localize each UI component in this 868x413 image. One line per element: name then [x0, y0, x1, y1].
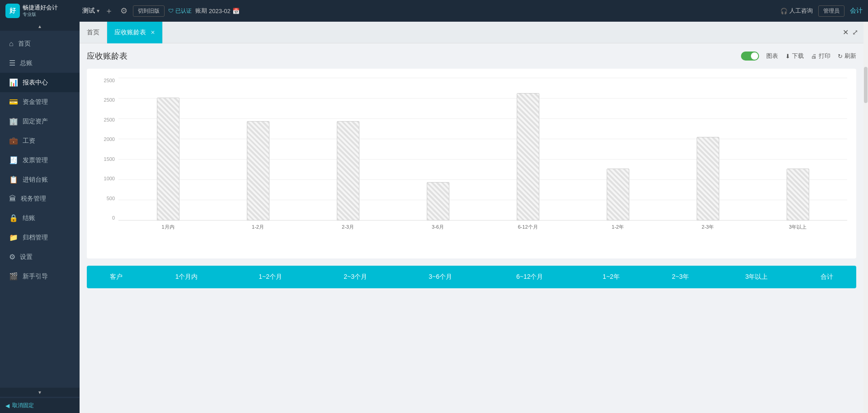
sidebar-item-settings[interactable]: ⚙ 设置: [0, 247, 80, 267]
sidebar-item-guide[interactable]: 🎬 新手引导: [0, 267, 80, 286]
salary-icon: 💼: [9, 136, 18, 145]
page-header: 应收账龄表 图表 ⬇ 下载 🖨 打印 ↻: [87, 51, 856, 61]
col-1-2month: 1~2个月: [228, 266, 313, 288]
col-2-3month: 2~3个月: [313, 266, 398, 288]
header-right: 🎧 人工咨询 管理员 会计: [780, 5, 863, 17]
ledger-icon: ☰: [9, 59, 15, 67]
col-6-12month: 6~12个月: [483, 266, 576, 288]
sidebar: ▲ ⌂ 首页 ☰ 总账 📊 报表中心 💳 资金管理 🏢 固定资产: [0, 22, 80, 413]
bar-label-5: 6-12个月: [518, 224, 538, 230]
bar-label-2: 1-2月: [252, 224, 264, 230]
header-main: 测试 ▾ ＋ ⚙ 切到旧版 🛡 已认证 账期 2023-02 📅: [82, 4, 776, 18]
sidebar-item-salary[interactable]: 💼 工资: [0, 131, 80, 150]
sidebar-nav: ⌂ 首页 ☰ 总账 📊 报表中心 💳 资金管理 🏢 固定资产 💼 工资: [0, 31, 80, 290]
col-customer: 客户: [87, 266, 145, 288]
bar-2-3year: [697, 137, 719, 221]
sidebar-item-reports[interactable]: 📊 报表中心: [0, 73, 80, 92]
bar-group-3: 2-3月: [337, 121, 359, 221]
headset-icon: 🎧: [780, 8, 788, 14]
sidebar-item-capital[interactable]: 💳 资金管理: [0, 92, 80, 112]
scrollbar[interactable]: [863, 22, 868, 413]
sidebar-item-close[interactable]: 🔒 结账: [0, 208, 80, 228]
bar-3-6month: [427, 182, 449, 221]
home-icon: ⌂: [9, 40, 14, 48]
bar-group-7: 2-3年: [697, 137, 719, 221]
bar-label-8: 3年以上: [789, 224, 807, 230]
archive-icon: 📁: [9, 233, 18, 242]
add-button[interactable]: ＋: [103, 4, 115, 18]
bar-group-5: 6-12个月: [517, 93, 539, 221]
role-button[interactable]: 会计: [850, 7, 863, 15]
sidebar-scroll-up[interactable]: ▲: [0, 22, 80, 31]
bar-6-12month: [517, 93, 539, 221]
tab-close-icon[interactable]: ✕: [151, 29, 155, 36]
tab-home[interactable]: 首页: [80, 22, 107, 43]
col-3-6month: 3~6个月: [398, 266, 483, 288]
bar-2-3month: [337, 121, 359, 221]
sidebar-scroll-down[interactable]: ▼: [0, 388, 80, 397]
company-selector[interactable]: 测试 ▾: [82, 7, 99, 15]
bar-1month: [157, 98, 179, 221]
unpin-button[interactable]: ◀ 取消固定: [0, 398, 80, 413]
sidebar-item-tax[interactable]: 🏛 税务管理: [0, 189, 80, 208]
sidebar-item-home[interactable]: ⌂ 首页: [0, 34, 80, 53]
page-title: 应收账龄表: [87, 51, 127, 61]
close-account-icon: 🔒: [9, 214, 18, 222]
col-1month: 1个月内: [145, 266, 228, 288]
main-layout: ▲ ⌂ 首页 ☰ 总账 📊 报表中心 💳 资金管理 🏢 固定资产: [0, 22, 868, 413]
refresh-icon: ↻: [838, 53, 843, 60]
consult-button[interactable]: 🎧 人工咨询: [780, 7, 813, 15]
tab-aging[interactable]: 应收账龄表 ✕: [107, 22, 163, 43]
settings-icon[interactable]: ⚙: [118, 4, 129, 18]
old-version-button[interactable]: 切到旧版: [133, 5, 165, 17]
sidebar-item-invoice[interactable]: 🧾 发票管理: [0, 150, 80, 170]
manager-button[interactable]: 管理员: [818, 5, 844, 17]
scrollbar-thumb[interactable]: [864, 67, 868, 103]
download-button[interactable]: ⬇ 下载: [785, 52, 804, 60]
logo-icon: 好: [5, 4, 20, 18]
page-content: 应收账龄表 图表 ⬇ 下载 🖨 打印 ↻: [80, 43, 863, 413]
assets-icon: 🏢: [9, 117, 18, 126]
bar-1-2month: [247, 121, 269, 221]
guide-icon: 🎬: [9, 272, 18, 281]
bar-group-6: 1-2年: [607, 169, 629, 221]
bar-label-7: 2-3年: [702, 224, 714, 230]
bar-1-2year: [607, 169, 629, 221]
period-info: 账期 2023-02 📅: [195, 7, 240, 15]
chevron-down-icon: ▾: [97, 8, 99, 14]
shield-icon: 🛡: [168, 8, 174, 14]
chart-label[interactable]: 图表: [766, 52, 778, 60]
sidebar-item-assets[interactable]: 🏢 固定资产: [0, 112, 80, 131]
col-3plus-year: 3年以上: [715, 266, 798, 288]
chart-inner: 1月内 1-2月 2-3月: [118, 78, 847, 231]
bar-label-6: 1-2年: [612, 224, 624, 230]
tab-bar-right: ✕ ⤢: [843, 28, 863, 37]
print-button[interactable]: 🖨 打印: [811, 52, 830, 60]
calendar-icon[interactable]: 📅: [232, 8, 240, 14]
invoice-icon: 🧾: [9, 156, 18, 164]
bar-3plus-year: [787, 169, 809, 221]
chart-toggle[interactable]: [741, 52, 759, 61]
refresh-button[interactable]: ↻ 刷新: [838, 52, 856, 60]
col-1-2year: 1~2年: [576, 266, 646, 288]
bar-group-8: 3年以上: [787, 169, 809, 221]
reports-icon: 📊: [9, 78, 18, 87]
top-header: 好 畅捷通好会计 专业版 测试 ▾ ＋ ⚙ 切到旧版 🛡 已认证 账期 2023…: [0, 0, 868, 22]
tax-icon: 🏛: [9, 195, 16, 203]
capital-icon: 💳: [9, 98, 18, 106]
table-header: 客户 1个月内 1~2个月 2~3个月 3~6个月 6~12个月 1~2年 2~…: [87, 266, 856, 288]
window-expand-button[interactable]: ⤢: [852, 28, 858, 37]
table-header-row: 客户 1个月内 1~2个月 2~3个月 3~6个月 6~12个月 1~2年 2~…: [87, 266, 856, 288]
logo-area: 好 畅捷通好会计 专业版: [5, 4, 78, 18]
logo-text: 畅捷通好会计 专业版: [23, 4, 58, 18]
bar-group-4: 3-6月: [427, 182, 449, 221]
sidebar-item-trade[interactable]: 📋 进销台账: [0, 170, 80, 189]
print-icon: 🖨: [811, 53, 817, 60]
sidebar-item-archive[interactable]: 📁 归档管理: [0, 228, 80, 247]
window-close-button[interactable]: ✕: [843, 28, 849, 37]
bar-label-1: 1月内: [161, 224, 174, 230]
bar-group-2: 1-2月: [247, 121, 269, 221]
sidebar-item-ledger[interactable]: ☰ 总账: [0, 53, 80, 73]
col-2-3year: 2~3年: [646, 266, 715, 288]
certified-badge: 🛡 已认证: [168, 7, 192, 15]
